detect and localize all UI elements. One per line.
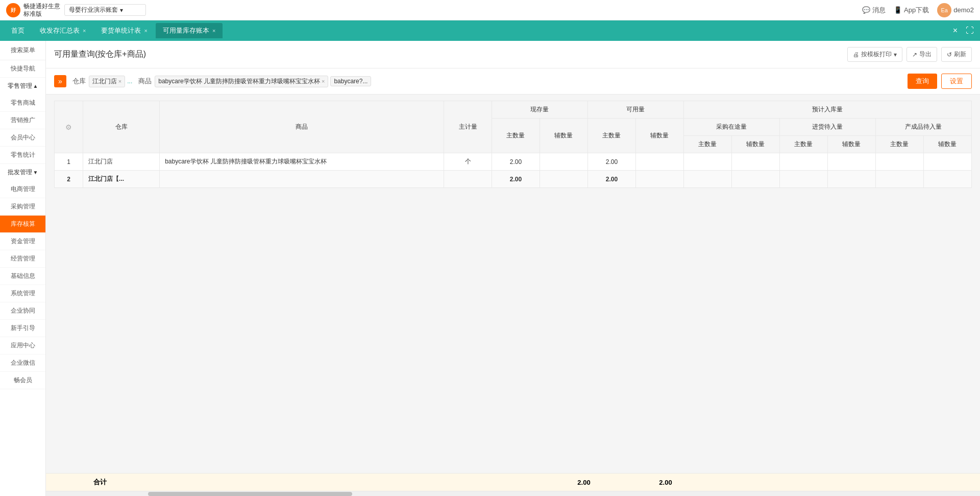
chevron-down-icon: ▼: [33, 170, 38, 175]
sidebar-item-system[interactable]: 系统管理: [0, 285, 45, 302]
cell-available-main: 2.00: [587, 153, 635, 171]
cell-current-main: 2.00: [492, 153, 540, 171]
product-tag-2[interactable]: babycare?...: [330, 76, 371, 86]
warehouse-filter-tags: 江北门店 × ...: [89, 76, 132, 87]
th-purchase-transit-main: 主数量: [683, 136, 731, 153]
table-scroll-bar[interactable]: [46, 491, 980, 496]
th-purchase-transit-sub: 辅数量: [731, 136, 779, 153]
logo-text: 畅捷通好生意 标准版: [23, 3, 60, 17]
tag-close-icon[interactable]: ×: [118, 78, 121, 84]
export-button[interactable]: ↗ 导出: [906, 47, 937, 62]
product-tag-1[interactable]: babycare学饮杯 儿童防摔防撞吸管杯重力球吸嘴杯宝宝水杯 ×: [155, 76, 328, 87]
settings-icon: ⚙: [65, 123, 72, 131]
tab-close-icon[interactable]: ×: [83, 28, 86, 34]
th-available: 可用量: [587, 101, 683, 119]
th-inbound-pending: 进货待入量: [779, 119, 875, 136]
cell-warehouse: 江北门店: [83, 153, 160, 171]
th-product: 商品: [160, 101, 444, 153]
tab-shoufacun[interactable]: 收发存汇总表 ×: [33, 23, 93, 38]
sidebar-item-wholesale-mgmt[interactable]: 批发管理 ▼: [0, 164, 45, 181]
close-all-tabs-button[interactable]: ×: [951, 24, 960, 37]
export-icon: ↗: [912, 51, 917, 58]
data-table: ⚙ 仓库 商品 主计量 现存量 可用量 预计入库量 主数量 辅数量 主数量 辅数…: [54, 101, 972, 188]
query-button[interactable]: 查询: [908, 74, 937, 89]
expand-icon[interactable]: ⛶: [964, 24, 976, 37]
th-production-main: 主数量: [875, 136, 923, 153]
table-container: ⚙ 仓库 商品 主计量 现存量 可用量 预计入库量 主数量 辅数量 主数量 辅数…: [46, 95, 980, 473]
warehouse-filter-label: 仓库: [72, 77, 86, 86]
sidebar-item-member-center[interactable]: 会员中心: [0, 129, 45, 147]
cell-purchase-transit-sub-2: [731, 171, 779, 188]
chevron-down-icon: ▾: [120, 7, 123, 14]
table-row-subtotal: 2 江北门店【... 2.00 2.00: [55, 171, 972, 188]
top-bar-left: 好 畅捷通好生意 标准版 母婴行业演示账套 ▾: [6, 3, 146, 17]
sidebar-item-ecommerce[interactable]: 电商管理: [0, 181, 45, 198]
user-menu[interactable]: Ea demo2: [937, 3, 974, 17]
cell-inbound-sub: [827, 153, 875, 171]
print-button[interactable]: 🖨 按模板打印 ▾: [847, 47, 902, 62]
sidebar-item-inventory[interactable]: 库存核算: [0, 216, 45, 233]
tab-close-icon[interactable]: ×: [212, 28, 215, 34]
cell-row-num-2: 2: [55, 171, 83, 188]
page-title: 可用量查询(按仓库+商品): [54, 49, 146, 60]
cell-available-sub-2: [635, 171, 683, 188]
top-bar: 好 畅捷通好生意 标准版 母婴行业演示账套 ▾ 💬 消息 📱 App下载 Ea …: [0, 0, 980, 20]
sidebar-item-retail-stats[interactable]: 零售统计: [0, 147, 45, 164]
sidebar-item-operations[interactable]: 经营管理: [0, 250, 45, 268]
tab-yaohuo[interactable]: 要货单统计表 ×: [94, 23, 154, 38]
sidebar-item-purchase[interactable]: 采购管理: [0, 198, 45, 216]
product-filter-label: 商品: [138, 77, 152, 86]
filter-actions: 查询 设置: [908, 74, 972, 89]
sidebar-item-basic-info[interactable]: 基础信息: [0, 268, 45, 285]
th-current-stock: 现存量: [492, 101, 588, 119]
cell-purchase-transit-main-2: [683, 171, 731, 188]
nav-tabs: 首页 收发存汇总表 × 要货单统计表 × 可用量库存账本 × × ⛶: [0, 20, 980, 41]
sidebar-item-retail-mgmt[interactable]: 零售管理 ▲: [0, 78, 45, 95]
sidebar-search[interactable]: 搜索菜单: [0, 41, 45, 60]
footer-row: 合计 2.00 2.00: [54, 478, 972, 487]
sidebar-item-marketing[interactable]: 营销推广: [0, 112, 45, 129]
th-settings[interactable]: ⚙: [55, 101, 83, 153]
th-inbound-main: 主数量: [779, 136, 827, 153]
logo-area: 好 畅捷通好生意 标准版: [6, 3, 60, 17]
warehouse-more-button[interactable]: ...: [127, 78, 132, 85]
message-button[interactable]: 💬 消息: [862, 6, 886, 15]
warehouse-tag[interactable]: 江北门店 ×: [89, 76, 125, 87]
tag-close-icon[interactable]: ×: [322, 78, 325, 84]
cell-available-main-2: 2.00: [587, 171, 635, 188]
cell-unit: 个: [444, 153, 492, 171]
tab-home[interactable]: 首页: [4, 23, 32, 38]
cell-current-sub-2: [540, 171, 587, 188]
th-available-main: 主数量: [587, 119, 635, 153]
download-icon: 📱: [894, 6, 902, 14]
cell-current-main-2: 2.00: [492, 171, 540, 188]
footer-current-main-total: 2.00: [564, 479, 604, 486]
filter-expand-button[interactable]: »: [54, 75, 66, 87]
sidebar-item-quick-nav[interactable]: 快捷导航: [0, 60, 45, 78]
settings-button[interactable]: 设置: [941, 74, 972, 89]
sidebar-item-newbie-guide[interactable]: 新手引导: [0, 320, 45, 337]
tab-close-icon[interactable]: ×: [144, 28, 147, 34]
sidebar-search-label[interactable]: 搜索菜单: [4, 46, 41, 55]
sidebar-item-chang-member[interactable]: 畅会员: [0, 372, 45, 389]
tab-keyongliang[interactable]: 可用量库存账本 ×: [156, 23, 223, 38]
product-filter-tags: babycare学饮杯 儿童防摔防撞吸管杯重力球吸嘴杯宝宝水杯 × babyca…: [155, 76, 371, 87]
sidebar-item-enterprise-wechat[interactable]: 企业微信: [0, 355, 45, 372]
table-scroll-thumb[interactable]: [148, 492, 352, 496]
main-layout: 搜索菜单 快捷导航 零售管理 ▲ 零售商城 营销推广 会员中心 零售统计 批发管…: [0, 41, 980, 496]
footer-available-main-total: 2.00: [645, 479, 686, 486]
sidebar-item-finance[interactable]: 资金管理: [0, 233, 45, 250]
sidebar-item-enterprise-collab[interactable]: 企业协同: [0, 302, 45, 320]
th-planned-inbound: 预计入库量: [683, 101, 971, 119]
th-current-sub: 辅数量: [540, 119, 587, 153]
template-selector[interactable]: 母婴行业演示账套 ▾: [64, 4, 146, 16]
top-bar-right: 💬 消息 📱 App下载 Ea demo2: [862, 3, 974, 17]
logo-icon: 好: [6, 3, 20, 17]
sidebar-item-retail-mall[interactable]: 零售商城: [0, 95, 45, 112]
chevron-down-icon: ▾: [894, 51, 897, 58]
app-download-button[interactable]: 📱 App下载: [894, 6, 929, 15]
refresh-button[interactable]: ↺ 刷新: [941, 47, 972, 62]
sidebar-item-app-center[interactable]: 应用中心: [0, 337, 45, 355]
cell-warehouse-2: 江北门店【...: [83, 171, 160, 188]
tab-actions: × ⛶: [951, 24, 976, 37]
